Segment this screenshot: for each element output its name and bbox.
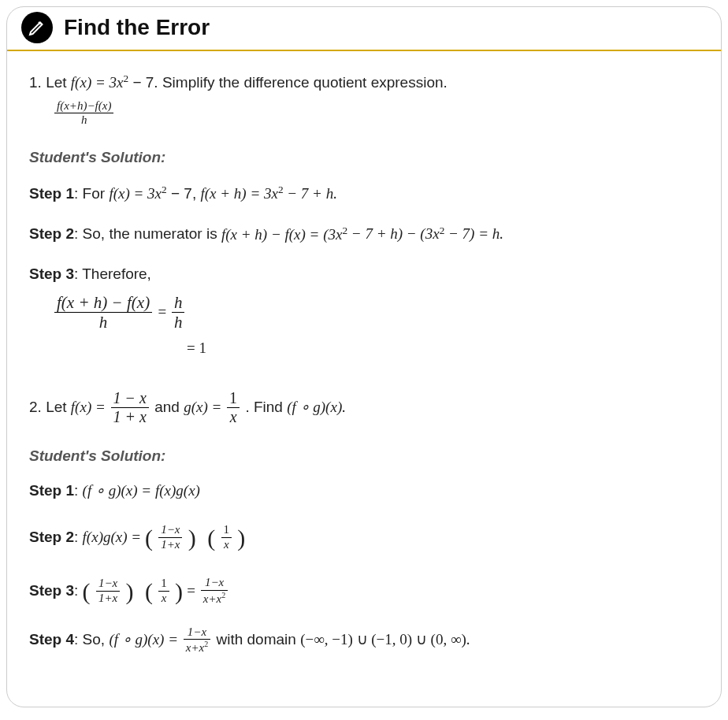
step-label: Step 4 xyxy=(29,631,74,648)
denominator: 1+x xyxy=(96,592,120,605)
denominator: 1+x xyxy=(158,538,182,551)
close-paren: ) xyxy=(237,525,245,551)
denominator: 1 + x xyxy=(111,408,149,425)
step-1: Step 1: (f ∘ g)(x) = f(x)g(x) xyxy=(29,479,699,503)
close-paren: ) xyxy=(175,578,183,604)
numerator: 1−x xyxy=(184,626,210,640)
fraction: 1−x x+x2 xyxy=(182,626,212,655)
step-label: Step 1 xyxy=(29,482,74,499)
math-expr: f(x) = 3x2 xyxy=(71,74,128,91)
fraction: 1−x 1+x xyxy=(95,577,121,605)
difference-quotient: f(x+h)−f(x) h xyxy=(53,100,699,128)
open-paren: ( xyxy=(145,578,153,604)
math-expr: (f ∘ g)(x). xyxy=(287,398,346,414)
math-expr: f(x + h) = 3x2 xyxy=(200,185,283,202)
problem-2: 2. Let f(x) = 1 − x 1 + x and g(x) = 1 x… xyxy=(29,390,699,655)
problem-1-statement: 1. Let f(x) = 3x2 − 7. Simplify the diff… xyxy=(29,70,699,95)
exponent: 2 xyxy=(221,591,225,599)
text: Let xyxy=(46,74,71,91)
step-3: Step 3: ( 1−x 1+x ) ( 1 x ) = 1−x x+x2 xyxy=(29,573,699,611)
card-header: Find the Error xyxy=(7,7,721,51)
exponent: 2 xyxy=(123,72,128,84)
exponent: 2 xyxy=(204,640,208,648)
fraction: f(x+h)−f(x) h xyxy=(53,100,115,128)
solution-label: Student's Solution: xyxy=(29,444,699,468)
exponent: 2 xyxy=(278,184,284,195)
numerator: 1−x xyxy=(201,577,228,591)
text: . Find xyxy=(245,398,287,414)
close-paren: ) xyxy=(125,578,133,604)
exponent: 2 xyxy=(162,184,167,195)
open-paren: ( xyxy=(207,525,215,551)
pencil-icon xyxy=(21,12,53,43)
text: f(x + h) − f(x) = (3x xyxy=(221,226,342,243)
numerator: 1 xyxy=(158,577,169,592)
step-label: Step 1 xyxy=(29,185,74,202)
problem-number: 2. xyxy=(29,398,42,414)
step-label: Step 3 xyxy=(29,265,74,282)
numerator: 1−x xyxy=(158,524,182,538)
text: f(x + h) = 3x xyxy=(200,185,277,202)
numerator: 1 xyxy=(227,390,240,408)
step-label: Step 3 xyxy=(29,582,74,599)
math-expr: f(x) = 3x2 xyxy=(109,185,166,202)
numerator: 1−x xyxy=(96,577,120,592)
numerator: h xyxy=(172,294,185,313)
math-expr: (f ∘ g)(x) = xyxy=(109,631,181,648)
problem-1: 1. Let f(x) = 3x2 − 7. Simplify the diff… xyxy=(29,70,699,360)
denominator: x+x2 xyxy=(201,591,228,606)
text: : For xyxy=(74,185,109,202)
step-2: Step 2: So, the numerator is f(x + h) − … xyxy=(29,221,699,247)
fraction: 1−x x+x2 xyxy=(199,577,229,606)
fraction: f(x + h) − f(x) h xyxy=(53,294,154,331)
text: x+x xyxy=(203,592,221,605)
fraction: h h xyxy=(170,294,187,331)
step-2: Step 2: f(x)g(x) = ( 1−x 1+x ) ( 1 x ) xyxy=(29,519,699,557)
math-expr: f(x)g(x) = xyxy=(83,529,145,545)
denominator: h xyxy=(54,313,152,331)
fraction: 1 x xyxy=(157,577,171,605)
problem-number: 1. xyxy=(29,74,42,91)
text: x+x xyxy=(186,641,204,654)
text: : xyxy=(74,582,83,599)
close-paren: ) xyxy=(188,525,196,551)
denominator: h xyxy=(172,313,185,331)
denominator: x+x2 xyxy=(184,640,210,655)
exercise-card: Find the Error 1. Let f(x) = 3x2 − 7. Si… xyxy=(6,6,722,707)
text: − 7 + h. xyxy=(284,185,337,202)
text: with domain xyxy=(216,631,300,648)
card-title: Find the Error xyxy=(64,15,210,40)
text: and xyxy=(154,398,184,414)
step-label: Step 2 xyxy=(29,529,74,545)
solution-label: Student's Solution: xyxy=(29,146,699,169)
denominator: x xyxy=(221,538,232,551)
math-expr: f(x + h) − f(x) = (3x2 xyxy=(221,226,347,243)
equals: = xyxy=(187,582,199,599)
text: : xyxy=(74,482,83,499)
text: − 7 + h) − (3x xyxy=(347,226,440,243)
numerator: 1 xyxy=(221,524,232,538)
text: f(x) = 3x xyxy=(109,185,162,202)
step-1: Step 1: For f(x) = 3x2 − 7, f(x + h) = 3… xyxy=(29,181,699,206)
math-expr: f(x) = xyxy=(71,398,110,414)
text: : xyxy=(74,529,83,545)
numerator: 1 − x xyxy=(111,390,149,408)
text: − 7, xyxy=(167,185,201,202)
text: : So, the numerator is xyxy=(74,226,221,243)
equals: = xyxy=(158,303,169,320)
card-body: 1. Let f(x) = 3x2 − 7. Simplify the diff… xyxy=(7,51,721,707)
result: = 1 xyxy=(187,336,699,360)
numerator: f(x + h) − f(x) xyxy=(54,294,152,313)
step-4: Step 4: So, (f ∘ g)(x) = 1−x x+x2 with d… xyxy=(29,626,699,655)
step-label: Step 2 xyxy=(29,226,74,243)
math-expr: g(x) = xyxy=(184,398,225,414)
fraction: 1 x xyxy=(225,390,241,425)
fraction: 1−x 1+x xyxy=(157,524,184,551)
numerator: f(x+h)−f(x) xyxy=(54,100,113,114)
denominator: h xyxy=(54,113,113,127)
text: − 7) = h. xyxy=(444,226,503,243)
denominator: x xyxy=(227,408,240,425)
text: f(x) = 3x xyxy=(71,74,124,91)
problem-2-statement: 2. Let f(x) = 1 − x 1 + x and g(x) = 1 x… xyxy=(29,390,699,425)
text: − 7. Simplify the difference quotient ex… xyxy=(132,74,447,91)
